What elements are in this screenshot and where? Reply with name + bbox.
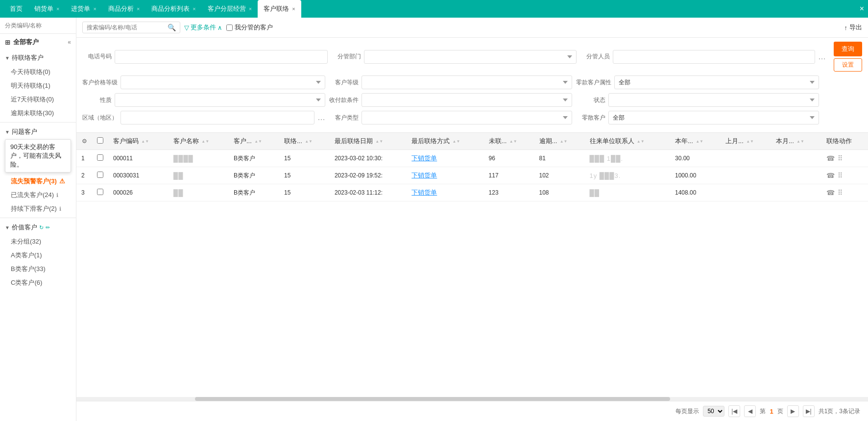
sidebar-item-ungrouped[interactable]: 未分组(32): [0, 235, 76, 248]
sidebar-item-tomorrow[interactable]: 明天待联络(1): [0, 79, 76, 93]
tab-sales-close[interactable]: ×: [56, 6, 59, 12]
row1-checkbox[interactable]: [97, 154, 103, 161]
sidebar-item-today[interactable]: 今天待联络(0): [0, 65, 76, 79]
customer-type-select[interactable]: [362, 111, 572, 124]
total-records-label: 共1页，3条记录: [819, 407, 860, 416]
row3-contact-icon[interactable]: ☎: [826, 189, 835, 197]
row1-checkbox-cell[interactable]: [92, 150, 108, 167]
sidebar-item-overdue[interactable]: 逾期未联络(30): [0, 106, 76, 120]
sort-last-month-icon[interactable]: ▲▼: [746, 139, 754, 144]
person-input[interactable]: [613, 50, 815, 64]
tab-product-analysis-list[interactable]: 商品分析列表 ×: [145, 0, 201, 18]
nature-select[interactable]: [115, 93, 325, 107]
col-code: 客户编码 ▲▼: [108, 133, 169, 150]
dept-select[interactable]: [364, 50, 577, 64]
settings-button[interactable]: 设置: [834, 58, 862, 72]
sidebar-collapse-btn[interactable]: «: [68, 39, 71, 46]
more-conditions-btn[interactable]: ▽ 更多条件 ∧: [184, 23, 222, 32]
my-customers-checkbox[interactable]: [226, 25, 233, 31]
scrollbar-thumb[interactable]: [195, 397, 670, 401]
prev-page-btn[interactable]: ◀: [744, 405, 756, 417]
tab-customer-contact[interactable]: 客户联络 ×: [258, 0, 301, 18]
row3-last-date: 2023-02-03 11:12:: [330, 184, 407, 201]
sort-person-icon[interactable]: ▲▼: [637, 139, 645, 144]
sort-last-method-icon[interactable]: ▲▼: [453, 139, 460, 144]
row3-checkbox[interactable]: [97, 189, 103, 195]
status-select[interactable]: [608, 93, 819, 107]
tab-purchase[interactable]: 进货单 ×: [65, 0, 102, 18]
tab-customer-tier[interactable]: 客户分层经营 ×: [202, 0, 258, 18]
edit-icon[interactable]: ✏: [46, 224, 50, 231]
person-dots-btn[interactable]: …: [818, 52, 826, 61]
sort-this-year-icon[interactable]: ▲▼: [696, 139, 703, 144]
sidebar-search-input[interactable]: [5, 22, 76, 29]
table-settings-header[interactable]: ⚙: [76, 133, 92, 150]
first-page-btn[interactable]: |◀: [728, 405, 740, 417]
row1-contact-icon[interactable]: ☎: [826, 154, 835, 162]
row3-last-method[interactable]: 下销货单: [407, 184, 483, 201]
sidebar-section-pending[interactable]: ▼ 待联络客户: [0, 50, 76, 65]
row3-name: ██: [169, 184, 229, 201]
tab-purchase-close[interactable]: ×: [93, 6, 96, 12]
tab-product-analysis-close[interactable]: ×: [137, 6, 140, 12]
zero-customer-select[interactable]: 全部: [608, 111, 819, 124]
sidebar-item-b-class[interactable]: B类客户(33): [0, 262, 76, 276]
row3-more-icon[interactable]: ⠿: [838, 189, 843, 197]
sort-type-icon[interactable]: ▲▼: [254, 139, 262, 144]
table-checkbox-all[interactable]: [92, 133, 108, 150]
sort-last-date-icon[interactable]: ▲▼: [375, 139, 383, 144]
tab-home[interactable]: 首页: [4, 0, 28, 18]
sort-code-icon[interactable]: ▲▼: [141, 139, 149, 144]
row2-checkbox[interactable]: [97, 172, 103, 178]
sort-name-icon[interactable]: ▲▼: [201, 139, 209, 144]
next-page-btn[interactable]: ▶: [787, 405, 799, 417]
zero-attr-select[interactable]: 全部: [614, 75, 819, 89]
row1-more-icon[interactable]: ⠿: [838, 154, 843, 162]
tab-customer-tier-close[interactable]: ×: [249, 6, 252, 12]
page-size-select[interactable]: 50: [703, 406, 724, 417]
search-input[interactable]: [87, 24, 168, 31]
horizontal-scrollbar[interactable]: [76, 397, 868, 401]
price-grade-select[interactable]: [121, 75, 325, 89]
region-input[interactable]: [121, 111, 314, 124]
row1-last-method[interactable]: 下销货单: [407, 150, 483, 167]
sort-overdue-icon[interactable]: ▲▼: [560, 139, 568, 144]
toolbar-search-icon[interactable]: 🔍: [168, 24, 176, 31]
row2-more-icon[interactable]: ⠿: [838, 172, 843, 179]
row2-checkbox-cell[interactable]: [92, 167, 108, 184]
row2-contact-icon[interactable]: ☎: [826, 172, 835, 179]
sidebar-item-a-class[interactable]: A类客户(1): [0, 248, 76, 262]
col-actions: 联络动作: [821, 133, 868, 150]
sort-contact-icon[interactable]: ▲▼: [305, 139, 313, 144]
tab-product-analysis[interactable]: 商品分析 ×: [102, 0, 145, 18]
sidebar-item-churned[interactable]: 已流失客户(24) ℹ: [0, 188, 76, 202]
select-all-checkbox[interactable]: [97, 137, 103, 144]
price-grade-label: 客户价格等级: [82, 78, 118, 87]
sidebar-item-churn-warning[interactable]: 流失预警客户(3) ⚠: [0, 174, 76, 188]
sidebar-item-c-class[interactable]: C类客户(6): [0, 276, 76, 290]
row3-checkbox-cell[interactable]: [92, 184, 108, 201]
sidebar-section-problem[interactable]: ▼ 问题客户: [0, 124, 76, 139]
query-button[interactable]: 查询: [834, 42, 862, 56]
filter-group-zero-attr: 零款客户属性 全部: [576, 75, 819, 89]
last-page-btn[interactable]: ▶|: [803, 405, 815, 417]
payment-select[interactable]: [362, 93, 572, 107]
window-close-button[interactable]: ×: [860, 4, 864, 13]
sort-this-month-icon[interactable]: ▲▼: [796, 139, 804, 144]
tab-sales[interactable]: 销货单 ×: [28, 0, 65, 18]
export-button[interactable]: ↑ 导出: [844, 23, 863, 32]
refresh-icon[interactable]: ↻: [39, 224, 44, 231]
region-dots-btn[interactable]: …: [317, 113, 325, 122]
phone-input[interactable]: [115, 50, 328, 64]
sidebar-all-customers[interactable]: ⊞ 全部客户 «: [0, 34, 76, 50]
sort-uncontacted-icon[interactable]: ▲▼: [509, 139, 517, 144]
row1-last-month: [721, 150, 771, 167]
tab-customer-contact-close[interactable]: ×: [292, 6, 295, 12]
customer-grade-select[interactable]: [362, 75, 572, 89]
sidebar: 🔍 ⊞ 全部客户 « ▼ 待联络客户 今天待联络(0) 明天待联络(1) 近7天…: [0, 18, 76, 421]
tab-product-analysis-list-close[interactable]: ×: [193, 6, 195, 12]
row2-last-method[interactable]: 下销货单: [407, 167, 483, 184]
sidebar-item-7days[interactable]: 近7天待联络(0): [0, 93, 76, 106]
sidebar-section-value[interactable]: ▼ 价值客户 ↻ ✏: [0, 220, 76, 235]
sidebar-item-declining[interactable]: 持续下滑客户(2) ℹ: [0, 202, 76, 216]
